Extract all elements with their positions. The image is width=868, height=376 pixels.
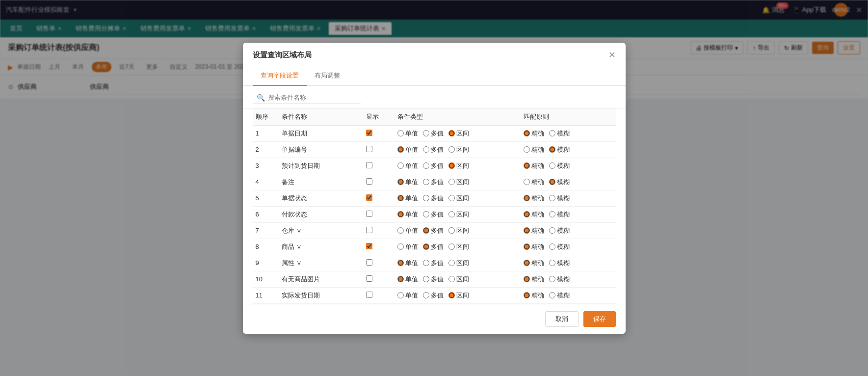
- dialog-body: 查询字段设置 布局调整 🔍 顺序 条: [243, 66, 626, 99]
- dialog-tabs: 查询字段设置 布局调整: [243, 66, 626, 86]
- tab-query-fields[interactable]: 查询字段设置: [253, 66, 307, 86]
- dialog-header: 设置查询区域布局 ✕: [243, 43, 626, 66]
- tab-layout-adjust[interactable]: 布局调整: [307, 66, 348, 86]
- search-underline: 🔍: [253, 92, 361, 99]
- dialog-search-area: 🔍: [243, 86, 626, 99]
- settings-dialog: 设置查询区域布局 ✕ 查询字段设置 布局调整 🔍: [243, 43, 626, 99]
- search-input[interactable]: [268, 94, 357, 99]
- dialog-title: 设置查询区域布局: [253, 51, 312, 60]
- modal-overlay: 设置查询区域布局 ✕ 查询字段设置 布局调整 🔍: [0, 0, 868, 99]
- search-icon: 🔍: [257, 94, 265, 99]
- dialog-close-icon[interactable]: ✕: [608, 51, 616, 59]
